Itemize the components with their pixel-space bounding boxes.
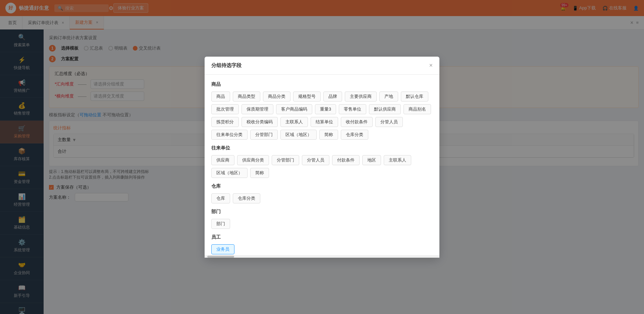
field-goods[interactable]: 商品 bbox=[211, 91, 230, 102]
field-dept[interactable]: 分管部门 bbox=[272, 155, 299, 165]
field-main-supplier[interactable]: 主要供应商 bbox=[345, 91, 377, 102]
field-retail-unit[interactable]: 零售单位 bbox=[339, 104, 366, 114]
field-pick-points[interactable]: 拣货积分 bbox=[211, 117, 239, 127]
dept-field-grid: 部门 bbox=[211, 219, 433, 229]
field-payment-cond[interactable]: 付款条件 bbox=[332, 155, 360, 165]
field-settle-unit[interactable]: 结算单位 bbox=[311, 117, 338, 127]
modal-overlay: 分组待选字段 × 商品 商品 商品类型 商品分类 规格型号 品牌 主要供应商 产… bbox=[0, 0, 644, 314]
field-spec-model[interactable]: 规格型号 bbox=[293, 91, 321, 102]
field-expiry-mgmt[interactable]: 保质期管理 bbox=[241, 104, 273, 114]
field-default-warehouse[interactable]: 默认仓库 bbox=[401, 91, 428, 102]
modal-close-button[interactable]: × bbox=[429, 62, 433, 69]
section-employee-title: 员工 bbox=[211, 234, 433, 240]
field-area[interactable]: 地区 bbox=[362, 155, 381, 165]
field-department[interactable]: 部门 bbox=[211, 219, 230, 229]
employee-field-grid: 业务员 bbox=[211, 244, 433, 254]
field-default-supplier[interactable]: 默认供应商 bbox=[369, 104, 401, 114]
modal-hscroll bbox=[205, 255, 439, 258]
field-customer-code[interactable]: 客户商品编码 bbox=[276, 104, 312, 114]
modal-header: 分组待选字段 × bbox=[205, 57, 439, 75]
field-managed-dept[interactable]: 分管部门 bbox=[250, 130, 278, 140]
field-weight3[interactable]: 重量3 bbox=[315, 104, 336, 114]
section-dept-title: 部门 bbox=[211, 209, 433, 215]
field-partner-contact[interactable]: 主联系人 bbox=[384, 155, 411, 165]
warehouse-field-grid: 仓库 仓库分类 bbox=[211, 193, 433, 203]
field-goods-alias[interactable]: 商品别名 bbox=[404, 104, 431, 114]
field-brand[interactable]: 品牌 bbox=[323, 91, 342, 102]
modal-title: 分组待选字段 bbox=[211, 62, 241, 69]
section-goods-title: 商品 bbox=[211, 81, 433, 87]
field-partner-category[interactable]: 往来单位分类 bbox=[211, 130, 248, 140]
field-partner-region[interactable]: 区域（地区） bbox=[211, 168, 248, 178]
field-goods-type[interactable]: 商品类型 bbox=[233, 91, 260, 102]
field-warehouse[interactable]: 仓库 bbox=[211, 193, 230, 203]
field-supplier[interactable]: 供应商 bbox=[211, 155, 234, 165]
field-warehouse-category[interactable]: 仓库分类 bbox=[233, 193, 260, 203]
field-main-contact[interactable]: 主联系人 bbox=[280, 117, 308, 127]
hscroll-thumb[interactable] bbox=[207, 256, 234, 258]
field-region[interactable]: 区域（地区） bbox=[280, 130, 317, 140]
goods-field-grid: 商品 商品类型 商品分类 规格型号 品牌 主要供应商 产地 默认仓库 批次管理 … bbox=[211, 91, 433, 140]
field-salesperson[interactable]: 业务员 bbox=[211, 244, 234, 254]
partner-field-grid: 供应商 供应商分类 分管部门 分管人员 付款条件 地区 主联系人 区域（地区） … bbox=[211, 155, 433, 178]
field-short-name[interactable]: 简称 bbox=[319, 130, 338, 140]
section-warehouse-title: 仓库 bbox=[211, 183, 433, 189]
field-person[interactable]: 分管人员 bbox=[302, 155, 329, 165]
section-partner-title: 往来单位 bbox=[211, 145, 433, 151]
field-partner-short[interactable]: 简称 bbox=[250, 168, 269, 178]
modal-body: 商品 商品 商品类型 商品分类 规格型号 品牌 主要供应商 产地 默认仓库 批次… bbox=[205, 75, 439, 255]
field-goods-category[interactable]: 商品分类 bbox=[263, 91, 290, 102]
field-payment-terms[interactable]: 收付款条件 bbox=[341, 117, 373, 127]
field-origin[interactable]: 产地 bbox=[379, 91, 398, 102]
field-managed-by[interactable]: 分管人员 bbox=[375, 117, 403, 127]
field-supplier-cat[interactable]: 供应商分类 bbox=[237, 155, 269, 165]
modal-box: 分组待选字段 × 商品 商品 商品类型 商品分类 规格型号 品牌 主要供应商 产… bbox=[205, 57, 439, 258]
field-warehouse-cat[interactable]: 仓库分类 bbox=[341, 130, 368, 140]
field-batch-mgmt[interactable]: 批次管理 bbox=[211, 104, 239, 114]
field-tax-code[interactable]: 税收分类编码 bbox=[241, 117, 278, 127]
